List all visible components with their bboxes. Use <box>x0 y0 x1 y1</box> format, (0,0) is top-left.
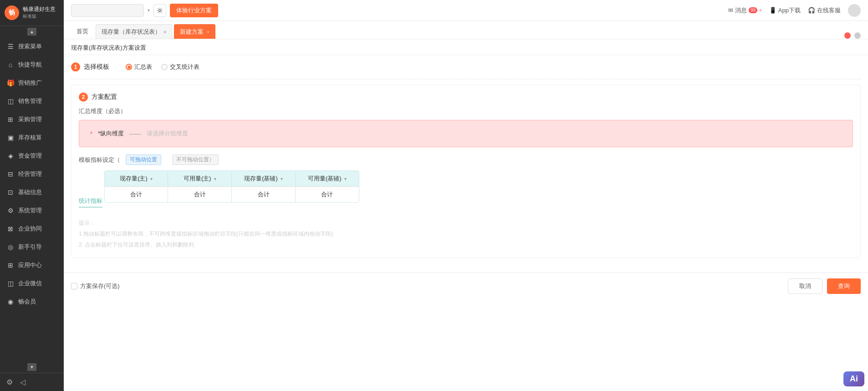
dropdown-arrow-icon[interactable]: ▾ <box>148 8 150 13</box>
query-button[interactable]: 查询 <box>827 278 861 294</box>
footer-speaker-icon[interactable]: ◁ <box>20 378 26 386</box>
trial-button[interactable]: 体验行业方案 <box>170 4 218 17</box>
tab-new-plan-close[interactable]: × <box>206 29 209 35</box>
col-header-3[interactable]: 现存量(基辅) ▾ <box>232 171 296 186</box>
tab-inventory-status-label: 现存量（库存状况表） <box>102 28 161 36</box>
col-label-2: 可用量(主) <box>184 175 211 183</box>
sidebar-item-label-finance: 资金管理 <box>18 152 42 160</box>
tab-inventory-status[interactable]: 现存量（库存状况表） × <box>96 24 172 39</box>
radio-summary-circle <box>126 64 132 70</box>
sidebar: 畅 畅康通好生意 标准版 ▲ ☰ 搜索菜单 ⌂ 快捷导航 🎁 营销推广 ◫ 销售… <box>0 0 64 391</box>
tip2: 2. 点击标题栏下拉可设置排序、插入列和删除列 <box>79 239 853 250</box>
ai-badge[interactable]: Ai <box>843 371 864 386</box>
col-dropdown-2[interactable]: ▾ <box>214 176 216 181</box>
sidebar-item-inventory[interactable]: ▣ 库存核算 <box>0 129 64 147</box>
logo-icon: 畅 <box>5 5 19 20</box>
sidebar-item-purchase[interactable]: ⊞ 采购管理 <box>0 110 64 129</box>
app-center-icon: ⊞ <box>6 261 15 269</box>
col-header-4[interactable]: 可用量(基辅) ▾ <box>296 171 359 186</box>
messages-badge: 99 <box>749 7 757 13</box>
logo-badge: 标准版 <box>23 13 56 20</box>
messages-item[interactable]: ✉ 消息 99 + <box>728 6 762 15</box>
window-close-button[interactable] <box>844 32 851 39</box>
col-dropdown-3[interactable]: ▾ <box>281 176 283 181</box>
phone-icon: 📱 <box>769 7 776 14</box>
sales-icon: ◫ <box>6 97 15 105</box>
window-expand-button[interactable] <box>854 32 861 39</box>
section-template: 1 选择模板 汇总表 交叉统计表 <box>71 62 861 72</box>
tab-home[interactable]: 首页 <box>71 24 94 39</box>
sidebar-item-newbie[interactable]: ◎ 新手引导 <box>0 238 64 256</box>
sidebar-item-label-sales: 销售管理 <box>18 97 42 105</box>
tab-home-label: 首页 <box>77 27 88 36</box>
message-icon: ✉ <box>728 7 733 14</box>
sidebar-nav: ☰ 搜索菜单 ⌂ 快捷导航 🎁 营销推广 ◫ 销售管理 ⊞ 采购管理 ▣ 库存核… <box>0 37 64 361</box>
sidebar-item-contract[interactable]: ⊠ 企业协同 <box>0 220 64 238</box>
col-dropdown-1[interactable]: ▾ <box>150 176 153 181</box>
sidebar-item-label-system: 系统管理 <box>18 206 42 215</box>
radio-cross[interactable]: 交叉统计表 <box>161 63 199 71</box>
sidebar-item-search[interactable]: ☰ 搜索菜单 <box>0 37 64 56</box>
search-bar[interactable] <box>71 4 144 17</box>
sidebar-item-finance[interactable]: ◈ 资金管理 <box>0 147 64 165</box>
cancel-button[interactable]: 取消 <box>788 278 822 294</box>
sidebar-item-quick-nav[interactable]: ⌂ 快捷导航 <box>0 56 64 74</box>
col-label-1: 现存量(主) <box>120 175 148 183</box>
sidebar-item-sales[interactable]: ◫ 销售管理 <box>0 92 64 110</box>
logo-text-area: 畅康通好生意 标准版 <box>23 6 56 20</box>
tab-new-plan[interactable]: 新建方案 × <box>174 24 215 39</box>
stats-label: 统计指标 <box>79 197 102 207</box>
main-area: ▾ 体验行业方案 ✉ 消息 99 + 📱 App下载 🎧 <box>64 0 868 391</box>
tab-inventory-status-close[interactable]: × <box>163 29 166 35</box>
wechat-icon: ◫ <box>6 279 15 288</box>
sidebar-item-wechat[interactable]: ◫ 企业微信 <box>0 274 64 293</box>
sidebar-item-basic[interactable]: ⊡ 基础信息 <box>0 183 64 201</box>
col-header-2[interactable]: 可用量(主) ▾ <box>168 171 232 186</box>
dimension-title: 汇总维度（必选） <box>79 107 853 115</box>
col-header-1[interactable]: 现存量(主) ▾ <box>105 171 168 186</box>
sidebar-item-label-operations: 经营管理 <box>18 170 42 178</box>
content-area: 现存量(库存状况表)方案设置 1 选择模板 汇总表 交叉统计表 <box>64 39 868 391</box>
footer-gear-icon[interactable]: ⚙ <box>6 378 13 386</box>
col-label-4: 可用量(基辅) <box>308 175 342 183</box>
sidebar-item-member[interactable]: ◉ 畅会员 <box>0 293 64 311</box>
col-label-3: 现存量(基辅) <box>244 175 278 183</box>
online-service-item[interactable]: 🎧 在线客服 <box>808 6 841 15</box>
sidebar-item-label-quick-nav: 快捷导航 <box>18 61 42 69</box>
save-option-label: 方案保存(可选) <box>80 282 120 290</box>
breadcrumb-text: 现存量(库存状况表)方案设置 <box>71 44 146 51</box>
headset-icon: 🎧 <box>808 7 815 14</box>
breadcrumb: 现存量(库存状况表)方案设置 <box>64 39 868 55</box>
radio-summary-label: 汇总表 <box>134 63 152 71</box>
sidebar-item-marketing[interactable]: 🎁 营销推广 <box>0 74 64 92</box>
bottom-bar: 方案保存(可选) 取消 查询 <box>64 273 868 299</box>
system-icon: ⚙ <box>6 206 15 215</box>
logo-name: 畅康通好生意 <box>23 6 56 13</box>
radio-summary[interactable]: 汇总表 <box>126 63 152 71</box>
dimension-box[interactable]: * *纵向维度 —— 请选择分组维度 <box>79 120 853 147</box>
radio-cross-circle <box>161 64 168 70</box>
scroll-down-btn[interactable]: ▼ <box>27 363 36 371</box>
cell-3: 合计 <box>232 187 296 202</box>
user-avatar[interactable] <box>848 4 861 17</box>
table-header-row: 现存量(主) ▾ 可用量(主) ▾ 现存量(基辅) ▾ <box>105 171 359 186</box>
sidebar-item-app-center[interactable]: ⊞ 应用中心 <box>0 256 64 274</box>
stats-table: 现存量(主) ▾ 可用量(主) ▾ 现存量(基辅) ▾ <box>104 170 359 203</box>
sidebar-item-label-newbie: 新手引导 <box>18 243 42 251</box>
divider1 <box>71 79 861 79</box>
topbar-gear-button[interactable] <box>153 4 166 17</box>
sidebar-item-label-app-center: 应用中心 <box>18 261 42 269</box>
app-download-item[interactable]: 📱 App下载 <box>769 6 801 15</box>
sidebar-logo: 畅 畅康通好生意 标准版 <box>0 0 64 26</box>
save-checkbox[interactable] <box>71 283 77 289</box>
sidebar-item-label-basic: 基础信息 <box>18 188 42 196</box>
col-dropdown-4[interactable]: ▾ <box>344 176 347 181</box>
sidebar-item-operations[interactable]: ⊟ 经营管理 <box>0 165 64 183</box>
home-icon: ⌂ <box>6 61 15 69</box>
indicator-setting-row: 模板指标设定（ 可拖动位置 不可拖动位置） <box>79 154 853 165</box>
scroll-up-btn[interactable]: ▲ <box>27 28 36 36</box>
sidebar-item-system[interactable]: ⚙ 系统管理 <box>0 201 64 220</box>
form-body: 1 选择模板 汇总表 交叉统计表 <box>64 55 868 273</box>
indicator-setting-label: 模板指标设定（ <box>79 156 120 164</box>
tips-area: 提示： 1.拖动标题栏可以调整布局，不可跨维度或指标区域拖动栏目字段(只能在同一… <box>79 217 853 250</box>
